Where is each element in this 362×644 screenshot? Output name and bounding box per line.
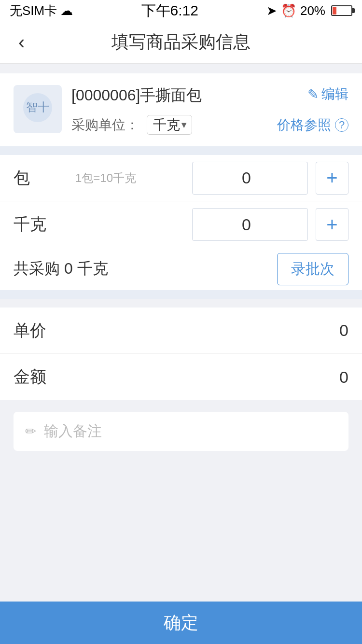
unit-select-wrap[interactable]: 千克 (147, 115, 192, 135)
svg-text:智十: 智十 (26, 100, 49, 113)
price-section: 单价 0 金额 0 (0, 308, 362, 400)
nav-bar: ‹ 填写商品采购信息 (0, 21, 362, 64)
status-bar: 无SIM卡 ☁ 下午6:12 ➤ ⏰ 20% (0, 0, 362, 21)
status-time: 下午6:12 (141, 1, 198, 21)
status-right: ➤ ⏰ 20% (266, 3, 352, 18)
amount-label: 金额 (14, 366, 46, 388)
back-button[interactable]: ‹ (14, 27, 29, 58)
location-icon: ➤ (266, 3, 277, 18)
kg-row: 千克 + (0, 201, 362, 248)
product-name: [0000006]手撕面包 (71, 85, 202, 106)
product-thumbnail: 智十 (14, 85, 62, 133)
total-row: 共采购 0 千克 录批次 (0, 248, 362, 290)
section-divider-2 (0, 290, 362, 299)
kg-label: 千克 (14, 213, 71, 236)
product-meta: 采购单位： 千克 (71, 115, 192, 135)
kg-input-wrap: + (71, 208, 348, 241)
amount-row: 金额 0 (0, 354, 362, 400)
record-batch-button[interactable]: 录批次 (277, 253, 348, 285)
amount-value: 0 (339, 368, 348, 387)
help-icon: ? (335, 118, 348, 132)
edit-icon: ✎ (307, 86, 319, 102)
page-title: 填写商品采购信息 (111, 30, 251, 54)
unit-price-row: 单价 0 (0, 308, 362, 354)
remark-input-area[interactable]: ✏ 输入备注 (14, 412, 348, 451)
battery-icon (331, 5, 352, 16)
bag-label: 包 (14, 167, 71, 189)
pencil-icon: ✏ (25, 423, 36, 439)
remark-section: ✏ 输入备注 (0, 400, 362, 545)
confirm-button[interactable]: 确定 (0, 602, 362, 644)
unit-price-label: 单价 (14, 320, 46, 342)
bag-input-wrap: + (136, 162, 348, 195)
kg-plus-button[interactable]: + (316, 208, 348, 241)
remark-placeholder: 输入备注 (44, 421, 102, 441)
unit-select[interactable]: 千克 (147, 115, 192, 135)
bag-plus-button[interactable]: + (316, 162, 348, 195)
status-left: 无SIM卡 ☁ (10, 2, 73, 19)
bag-input[interactable] (192, 162, 308, 195)
bag-sublabel: 1包=10千克 (75, 170, 136, 186)
price-ref-button[interactable]: 价格参照 ? (277, 116, 348, 134)
unit-label: 采购单位： (71, 116, 139, 134)
section-divider-1 (0, 146, 362, 155)
bag-row: 包 1包=10千克 + (0, 155, 362, 201)
alarm-icon: ⏰ (281, 3, 296, 18)
battery-percent: 20% (300, 3, 325, 18)
total-text: 共采购 0 千克 (14, 258, 108, 280)
unit-price-value: 0 (339, 321, 348, 340)
edit-button[interactable]: ✎ 编辑 (307, 85, 348, 103)
kg-input[interactable] (192, 208, 308, 241)
product-card: 智十 [0000006]手撕面包 ✎ 编辑 采购单位： 千克 (0, 73, 362, 146)
product-info: [0000006]手撕面包 ✎ 编辑 采购单位： 千克 价格 (71, 85, 348, 135)
quantity-form: 包 1包=10千克 + 千克 + (0, 155, 362, 248)
